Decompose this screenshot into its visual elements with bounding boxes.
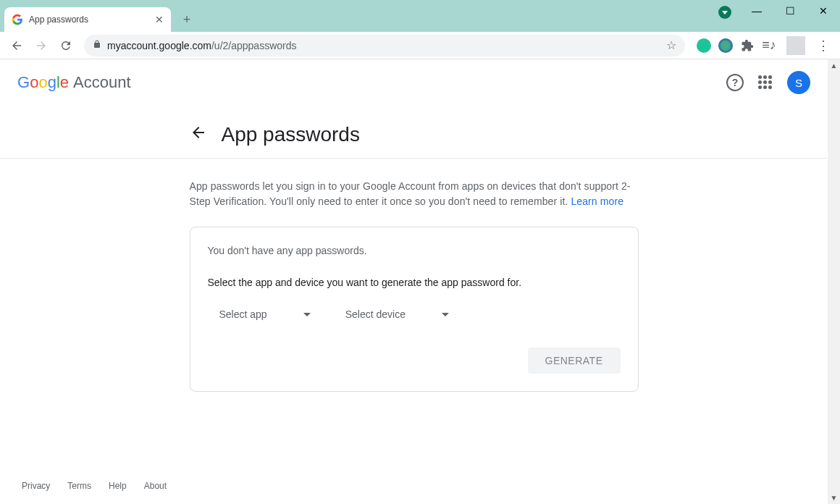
extension-icons: ≡♪ [692, 36, 810, 55]
generate-button[interactable]: GENERATE [528, 348, 621, 374]
close-window-button[interactable]: ✕ [807, 0, 840, 22]
account-avatar[interactable]: S [787, 71, 810, 94]
grammarly-extension-icon[interactable] [697, 38, 711, 53]
footer-terms-link[interactable]: Terms [67, 481, 91, 491]
intro-text: App passwords let you sign in to your Go… [190, 179, 639, 209]
download-indicator-icon[interactable] [718, 6, 731, 19]
no-passwords-text: You don't have any app passwords. [208, 245, 621, 256]
globe-extension-icon[interactable] [718, 38, 733, 53]
reload-button[interactable] [55, 35, 77, 56]
footer-help-link[interactable]: Help [109, 481, 127, 491]
url-text: myaccount.google.com/u/2/apppasswords [107, 40, 660, 51]
minimize-button[interactable]: — [740, 0, 773, 22]
chevron-down-icon [303, 313, 311, 316]
footer-links: Privacy Terms Help About [22, 481, 167, 491]
close-tab-icon[interactable]: ✕ [154, 14, 165, 25]
learn-more-link[interactable]: Learn more [571, 196, 623, 207]
scroll-down-arrow-icon[interactable]: ▼ [828, 492, 840, 504]
google-account-logo[interactable]: Google Account [17, 73, 131, 92]
instruction-text: Select the app and device you want to ge… [208, 277, 621, 288]
select-app-dropdown[interactable]: Select app [219, 308, 311, 320]
url-input[interactable]: myaccount.google.com/u/2/apppasswords ☆ [84, 35, 685, 56]
media-extension-icon[interactable]: ≡♪ [762, 38, 776, 53]
select-device-dropdown[interactable]: Select device [345, 308, 449, 320]
footer-about-link[interactable]: About [144, 481, 167, 491]
browser-tab-active[interactable]: App passwords ✕ [4, 7, 171, 32]
vertical-scrollbar[interactable]: ▲ ▼ [828, 59, 840, 504]
browser-tab-strip: App passwords ✕ + — ☐ ✕ [0, 0, 840, 32]
tab-title: App passwords [29, 14, 148, 25]
browser-menu-button[interactable]: ⋮ [812, 38, 834, 54]
help-icon[interactable]: ? [726, 74, 744, 91]
app-password-card: You don't have any app passwords. Select… [190, 227, 639, 392]
lock-icon [93, 40, 101, 51]
maximize-button[interactable]: ☐ [773, 0, 807, 22]
select-app-label: Select app [219, 308, 267, 320]
address-bar: myaccount.google.com/u/2/apppasswords ☆ … [0, 32, 840, 59]
new-tab-button[interactable]: + [177, 9, 197, 30]
forward-button[interactable] [30, 35, 52, 56]
page-content: Google Account ? S App passwords [0, 59, 828, 504]
google-account-header: Google Account ? S [0, 59, 828, 106]
divider [0, 158, 828, 159]
select-device-label: Select device [345, 308, 406, 320]
scroll-up-arrow-icon[interactable]: ▲ [828, 59, 840, 72]
back-arrow-icon[interactable] [190, 124, 207, 146]
back-button[interactable] [6, 35, 28, 56]
extensions-puzzle-icon[interactable] [740, 38, 755, 53]
bookmark-star-icon[interactable]: ☆ [666, 38, 676, 52]
page-title: App passwords [222, 123, 360, 146]
profile-avatar-button[interactable] [786, 36, 805, 55]
google-apps-icon[interactable] [757, 74, 774, 91]
chevron-down-icon [442, 313, 449, 316]
google-favicon [12, 14, 23, 25]
window-controls: — ☐ ✕ [740, 0, 840, 22]
footer-privacy-link[interactable]: Privacy [22, 481, 50, 491]
